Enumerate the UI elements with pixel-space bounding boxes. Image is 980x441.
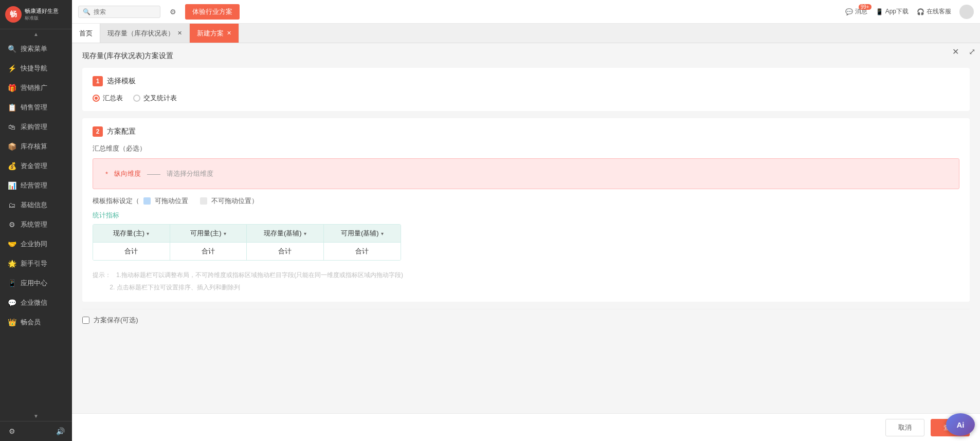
stats-table: 现存量(主) ▾ 可用量(主) ▾ 现存量(基辅) ▾ 可用量(基辅) — [93, 224, 401, 261]
tab-inventory-close[interactable]: ✕ — [177, 30, 182, 36]
required-mark: * — [105, 170, 108, 178]
sidebar-item-marketing[interactable]: 🎁 营销推广 — [0, 78, 72, 98]
sidebar-item-inventory[interactable]: 📦 库存核算 — [0, 137, 72, 156]
tab-new-scheme-close[interactable]: ✕ — [227, 30, 231, 36]
member-icon: 👑 — [7, 318, 16, 327]
stats-cell-1-1: 合计 — [93, 242, 170, 260]
stats-col-2[interactable]: 可用量(主) ▾ — [170, 225, 247, 242]
step1-section: 1 选择模板 汇总表 交叉统计表 — [82, 68, 970, 111]
sidebar-item-finance[interactable]: 💰 资金管理 — [0, 156, 72, 176]
sidebar-item-sales[interactable]: 📋 销售管理 — [0, 98, 72, 117]
stats-col-4-label: 可用量(基辅) — [341, 229, 379, 238]
message-icon: 💬 — [845, 8, 853, 15]
stats-col-3[interactable]: 现存量(基辅) ▾ — [247, 225, 324, 242]
tips-item-2: 2. 点击标题栏下拉可设置排序、插入列和删除列 — [93, 281, 959, 293]
template-radio-group: 汇总表 交叉统计表 — [93, 94, 959, 103]
sidebar-label-wechat: 企业微信 — [21, 298, 47, 307]
non-draggable-badge — [200, 197, 207, 205]
tab-new-scheme-label: 新建方案 — [197, 29, 224, 38]
indicator-settings-text: 模板指标设定（ — [93, 196, 139, 206]
cancel-button[interactable]: 取消 — [885, 419, 924, 436]
tab-inventory-status[interactable]: 现存量（库存状况表） ✕ — [100, 24, 190, 43]
search-box[interactable]: 🔍 — [78, 6, 160, 18]
sidebar-item-search[interactable]: 🔍 搜索菜单 — [0, 39, 72, 59]
sidebar-item-quick-nav[interactable]: ⚡ 快捷导航 — [0, 59, 72, 78]
radio-summary[interactable]: 汇总表 — [93, 94, 123, 103]
sidebar-label-quick-nav: 快捷导航 — [21, 64, 47, 73]
search-input[interactable] — [94, 8, 145, 15]
sidebar-label-sales: 销售管理 — [21, 103, 47, 112]
sidebar-footer: ⚙ 🔊 — [0, 421, 72, 441]
sidebar-label-purchase: 采购管理 — [21, 122, 47, 132]
radio-dot-summary — [93, 95, 100, 102]
sidebar-label-system: 系统管理 — [21, 220, 47, 229]
step2-header: 2 方案配置 — [93, 126, 959, 137]
tab-home-label: 首页 — [79, 29, 93, 38]
sidebar-label-enterprise: 企业协同 — [21, 240, 47, 249]
search-icon: 🔍 — [7, 44, 16, 53]
chevron-icon-2: ▾ — [224, 231, 226, 236]
dim-placeholder[interactable]: 请选择分组维度 — [167, 169, 213, 178]
sidebar-label-finance: 资金管理 — [21, 161, 47, 171]
quick-nav-icon: ⚡ — [7, 64, 16, 73]
operations-icon: 📊 — [7, 181, 16, 190]
sidebar-label-basic-info: 基础信息 — [21, 200, 47, 210]
app-icon: 📱 — [876, 8, 883, 15]
message-badge: 99+ — [859, 4, 872, 10]
sidebar-item-wechat[interactable]: 💬 企业微信 — [0, 293, 72, 313]
inventory-icon: 📦 — [7, 142, 16, 151]
dimension-label: 汇总维度（必选） — [93, 144, 959, 153]
step2-title: 方案配置 — [107, 127, 136, 136]
app-download-btn[interactable]: 📱 App下载 — [876, 7, 909, 16]
step2-section: 2 方案配置 汇总维度（必选） * 纵向维度 —— 请选择分组维度 模板指标设定… — [82, 118, 970, 302]
stats-col-1[interactable]: 现存量(主) ▾ — [93, 225, 170, 242]
speaker-icon[interactable]: 🔊 — [56, 427, 65, 436]
radio-cross[interactable]: 交叉统计表 — [133, 94, 177, 103]
tab-inventory-status-label: 现存量（库存状况表） — [107, 29, 174, 38]
main-area: 🔍 ⚙ 体验行业方案 💬 消息 99+ 📱 App下载 🎧 在线客服 — [72, 0, 980, 441]
sidebar-scroll-up[interactable]: ▲ — [0, 29, 72, 39]
topbar: 🔍 ⚙ 体验行业方案 💬 消息 99+ 📱 App下载 🎧 在线客服 — [72, 0, 980, 24]
chevron-icon-4: ▾ — [381, 231, 384, 236]
service-btn[interactable]: 🎧 在线客服 — [917, 7, 951, 16]
service-icon: 🎧 — [917, 8, 924, 15]
sidebar-item-basic-info[interactable]: 🗂 基础信息 — [0, 195, 72, 215]
sidebar-item-app-center[interactable]: 📱 应用中心 — [0, 273, 72, 293]
trial-btn[interactable]: 体验行业方案 — [185, 4, 240, 20]
system-icon: ⚙ — [7, 220, 16, 229]
user-avatar[interactable] — [959, 5, 974, 19]
sidebar-scroll-down[interactable]: ▼ — [0, 411, 72, 421]
stats-header: 现存量(主) ▾ 可用量(主) ▾ 现存量(基辅) ▾ 可用量(基辅) — [93, 225, 401, 242]
settings-icon[interactable]: ⚙ — [7, 427, 16, 436]
app-center-icon: 📱 — [7, 279, 16, 288]
draggable-text: 可拖动位置 — [155, 196, 188, 206]
modal-close-btn[interactable]: ✕ — [947, 43, 964, 60]
message-btn[interactable]: 💬 消息 99+ — [845, 7, 867, 16]
tips-area: 提示： 1.拖动标题栏可以调整布局，不可跨维度或指标区域拖动栏目字段(只能在同一… — [93, 269, 959, 293]
app-label: App下载 — [885, 7, 909, 16]
sidebar-item-enterprise[interactable]: 🤝 企业协同 — [0, 234, 72, 254]
stats-col-4[interactable]: 可用量(基辅) ▾ — [324, 225, 401, 242]
basic-info-icon: 🗂 — [7, 200, 16, 210]
bottom-bar: 取消 查询 — [72, 413, 980, 441]
save-checkbox[interactable] — [82, 317, 89, 324]
sidebar-label-newbie: 新手引导 — [21, 259, 47, 268]
tab-home[interactable]: 首页 — [72, 24, 100, 43]
sidebar-item-operations[interactable]: 📊 经营管理 — [0, 176, 72, 195]
sidebar-item-purchase[interactable]: 🛍 采购管理 — [0, 117, 72, 137]
stats-cell-1-4: 合计 — [324, 242, 401, 260]
ai-fab-button[interactable]: Ai — [946, 413, 975, 436]
marketing-icon: 🎁 — [7, 83, 16, 93]
tabbar: 首页 现存量（库存状况表） ✕ 新建方案 ✕ — [72, 24, 980, 43]
sidebar-item-member[interactable]: 👑 畅会员 — [0, 313, 72, 332]
topbar-settings-btn[interactable]: ⚙ — [166, 5, 180, 19]
sidebar-label-member: 畅会员 — [21, 318, 41, 327]
app-edition: 标准版 — [25, 15, 59, 22]
sidebar-item-system[interactable]: ⚙ 系统管理 — [0, 215, 72, 234]
non-draggable-text: 不可拖动位置） — [211, 196, 258, 206]
sidebar-label-app-center: 应用中心 — [21, 279, 47, 288]
sidebar-item-newbie[interactable]: 🌟 新手引导 — [0, 254, 72, 273]
tab-new-scheme[interactable]: 新建方案 ✕ — [190, 24, 239, 43]
save-area: 方案保存(可选) — [82, 309, 970, 331]
modal-expand-btn[interactable]: ⤢ — [964, 43, 980, 60]
